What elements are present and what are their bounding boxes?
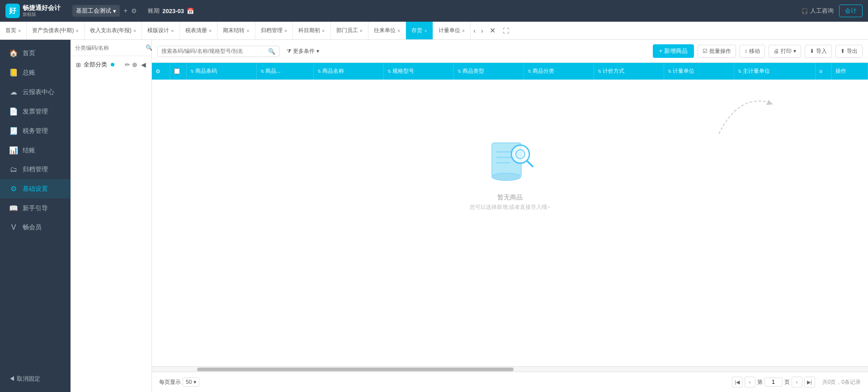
settings-icon[interactable]: ⚙	[131, 7, 137, 14]
calendar-icon[interactable]: 📅	[187, 8, 194, 14]
tab-closing[interactable]: 期末结转 ×	[217, 22, 255, 39]
tab-prev-btn[interactable]: ‹	[471, 22, 478, 39]
company-selector[interactable]: 基层工会测试 ▾	[72, 5, 120, 17]
th-name[interactable]: ⇅ 商品名称	[314, 63, 384, 80]
th-barcode[interactable]: ⇅ 商品条码	[186, 63, 256, 80]
edit-category-icon[interactable]: ✏	[125, 61, 130, 68]
product-search-input[interactable]	[161, 48, 265, 54]
tab-income[interactable]: 收入支出表(年报) ×	[85, 22, 142, 39]
filter-icon: ⧩	[287, 48, 291, 54]
export-icon: ⬆	[840, 48, 845, 54]
tab-close-all-btn[interactable]: ✕	[486, 22, 499, 39]
sidebar: 🏠 首页 📒 总账 ☁ 云报表中心 📄 发票管理 🧾 税务管理 📊 结账 🗂 归…	[0, 40, 71, 392]
tab-close-archive[interactable]: ×	[284, 28, 287, 33]
next-page-btn[interactable]: ›	[792, 377, 802, 387]
print-dropdown-icon: ▾	[793, 48, 796, 54]
tab-close-tax[interactable]: ×	[209, 28, 212, 33]
svg-marker-0	[766, 100, 773, 105]
home-icon: 🏠	[9, 49, 18, 57]
th-checkbox[interactable]	[170, 63, 186, 80]
page-size-select-box[interactable]: 50 ▾	[183, 378, 199, 387]
th-more-cols[interactable]: ≡	[816, 63, 832, 80]
sidebar-item-ledger[interactable]: 📒 总账	[0, 63, 71, 82]
th-price-method[interactable]: ⇅ 计价方式	[594, 63, 664, 80]
product-search-icon[interactable]: 🔍	[268, 48, 275, 55]
tax-icon: 🧾	[9, 127, 18, 135]
page-number-input[interactable]	[764, 378, 783, 387]
page-size-selector: 每页显示 50 ▾	[159, 378, 199, 387]
export-button[interactable]: ⬆ 导出	[835, 45, 863, 58]
tab-close-balance[interactable]: ×	[75, 28, 78, 33]
tab-dept[interactable]: 部门员工 ×	[331, 22, 368, 39]
tab-next-btn[interactable]: ›	[478, 22, 486, 39]
tab-close-income[interactable]: ×	[133, 28, 136, 33]
sidebar-item-guide[interactable]: 📖 新手引导	[0, 198, 71, 218]
th-spec[interactable]: ⇅ 规格型号	[384, 63, 454, 80]
archive-icon: 🗂	[9, 165, 18, 174]
add-product-button[interactable]: + 新增商品	[653, 44, 694, 58]
tab-tax[interactable]: 税表清册 ×	[180, 22, 217, 39]
tab-template[interactable]: 模版设计 ×	[142, 22, 179, 39]
print-button[interactable]: 🖨 打印 ▾	[769, 45, 801, 58]
account-button[interactable]: 会计	[839, 5, 863, 17]
move-icon: ↕	[745, 48, 747, 54]
sidebar-item-invoice[interactable]: 📄 发票管理	[0, 102, 71, 121]
logo-icon: 好	[5, 4, 20, 18]
tab-close-unit[interactable]: ×	[462, 28, 465, 33]
import-button[interactable]: ⬇ 导入	[805, 45, 832, 58]
sidebar-item-closing[interactable]: 📊 结账	[0, 141, 71, 160]
left-panel: 🔍 ⊞ 全部分类 ✏ ⊕ ◀	[71, 40, 152, 392]
tab-unit[interactable]: 计量单位 ×	[433, 22, 471, 39]
category-search-input[interactable]	[75, 45, 143, 51]
prev-page-btn[interactable]: ‹	[745, 377, 755, 387]
select-all-checkbox[interactable]	[174, 68, 180, 74]
sidebar-item-settings[interactable]: ⚙ 基础设置	[0, 179, 71, 198]
service-button[interactable]: 🎧 人工咨询	[801, 7, 834, 15]
sidebar-item-report[interactable]: ☁ 云报表中心	[0, 82, 71, 102]
settings-icon: ⚙	[9, 184, 18, 193]
move-button[interactable]: ↕ 移动	[740, 45, 765, 58]
first-page-btn[interactable]: |◀	[732, 377, 743, 387]
sidebar-unpin-btn[interactable]: ◀ 取消固定	[0, 369, 71, 388]
page-size-dropdown-icon: ▾	[193, 379, 196, 385]
collapse-panel-btn[interactable]: ◀	[141, 61, 146, 68]
batch-icon: ☑	[703, 48, 708, 54]
th-main-unit[interactable]: ⇅ 主计量单位	[734, 63, 816, 80]
th-type[interactable]: ⇅ 商品类型	[454, 63, 524, 80]
tab-archive[interactable]: 归档管理 ×	[255, 22, 293, 39]
last-page-btn[interactable]: ▶|	[804, 377, 815, 387]
period-area: 账期 2023-03 📅	[148, 7, 194, 15]
tab-inventory[interactable]: 存货 ×	[406, 22, 433, 39]
tab-expand-btn[interactable]: ⛶	[499, 22, 513, 39]
table-container: ⚙ ⇅ 商品条码 ⇅ 商品...	[152, 63, 868, 366]
tab-subject[interactable]: 科目期初 ×	[293, 22, 330, 39]
tab-close-partner[interactable]: ×	[397, 28, 400, 33]
more-filter-btn[interactable]: ⧩ 更多条件 ▾	[283, 46, 323, 57]
tab-close-closing[interactable]: ×	[246, 28, 249, 33]
headset-icon: 🎧	[801, 8, 808, 14]
th-code[interactable]: ⇅ 商品...	[256, 63, 314, 80]
tab-close-home[interactable]: ×	[18, 28, 21, 33]
tab-close-dept[interactable]: ×	[360, 28, 363, 33]
add-tab-icon[interactable]: +	[123, 7, 127, 15]
add-category-icon[interactable]: ⊕	[132, 61, 137, 68]
right-content: 🔍 ⧩ 更多条件 ▾ + 新增商品 ☑ 批量操作 ↕	[152, 40, 868, 392]
th-settings[interactable]: ⚙	[152, 63, 170, 80]
sidebar-item-tax[interactable]: 🧾 税务管理	[0, 121, 71, 141]
th-category[interactable]: ⇅ 商品分类	[524, 63, 594, 80]
tab-partner[interactable]: 往来单位 ×	[368, 22, 406, 39]
scroll-thumb[interactable]	[197, 368, 514, 371]
grid-icon: ⊞	[76, 61, 81, 68]
tab-home[interactable]: 首页 ×	[0, 22, 27, 39]
sidebar-item-archive[interactable]: 🗂 归档管理	[0, 160, 71, 179]
th-unit[interactable]: ⇅ 计量单位	[664, 63, 734, 80]
batch-operate-button[interactable]: ☑ 批量操作	[698, 45, 736, 58]
tab-close-template[interactable]: ×	[171, 28, 174, 33]
tab-balance[interactable]: 资产负债表(中期) ×	[27, 22, 84, 39]
sidebar-item-vip[interactable]: V 畅会员	[0, 218, 71, 237]
horizontal-scrollbar[interactable]	[152, 366, 868, 372]
sidebar-item-home[interactable]: 🏠 首页	[0, 43, 71, 63]
tab-close-subject[interactable]: ×	[322, 28, 325, 33]
logo-text: 畅捷通好会计 旗舰版	[23, 4, 61, 18]
tab-close-inventory[interactable]: ×	[424, 28, 427, 33]
